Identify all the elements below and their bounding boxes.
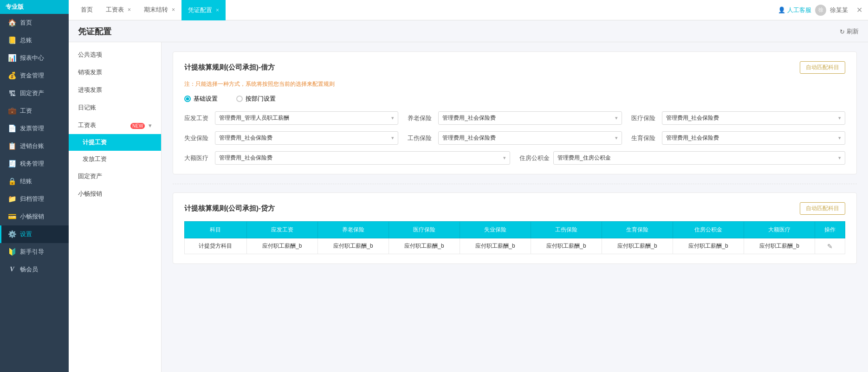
select-gongjijin[interactable]: 管理费用_住房公积金 ▾: [553, 151, 845, 165]
select-yiliao[interactable]: 管理费用_社会保险费 ▾: [662, 111, 845, 125]
table-header-row: 科目 应发工资 养老保险 医疗保险 失业保险 工伤保险 生育保险 住房公积金 大…: [185, 222, 845, 238]
tab-salary-table[interactable]: 工资表 ×: [99, 0, 137, 20]
sidebar-item-home[interactable]: 🏠 首页: [0, 14, 69, 32]
select-shiye-value: 管理费用_社会保险费: [219, 134, 389, 142]
select-yanglao[interactable]: 管理费用_社会保险费 ▾: [438, 111, 622, 125]
sidebar-item-archive[interactable]: 📁 归档管理: [0, 190, 69, 208]
sidebar-item-label: 首页: [20, 19, 32, 27]
left-menu-xiaochang[interactable]: 小畅报销: [69, 185, 161, 203]
page-title-bar: 凭证配置 ↻ 刷新: [69, 20, 868, 42]
credit-auto-match-button[interactable]: 自动匹配科目: [800, 202, 845, 215]
chevron-down-icon: ▾: [615, 135, 618, 141]
page-title: 凭证配置: [78, 26, 111, 37]
select-shiye[interactable]: 管理费用_社会保险费 ▾: [215, 131, 398, 145]
guide-icon: 🔰: [8, 248, 16, 256]
select-yingfa[interactable]: 管理费用_管理人员职工薪酬 ▾: [215, 111, 398, 125]
salary-icon: 💼: [8, 107, 16, 115]
left-menu-calc-salary[interactable]: 计提工资: [69, 134, 161, 151]
left-menu-salary-table[interactable]: 工资表 NEW ▾: [69, 116, 161, 134]
label-gongjijin: 住房公积金: [519, 154, 550, 162]
label-yingfa: 应发工资: [184, 114, 211, 122]
sidebar-item-label: 税务管理: [20, 160, 44, 168]
edit-icon[interactable]: ✎: [827, 243, 833, 250]
radio-group: 基础设置 按部门设置: [184, 95, 845, 103]
left-menu-purchase-invoice[interactable]: 进项发票: [69, 81, 161, 99]
sidebar-item-label: 新手引导: [20, 248, 44, 256]
select-yiliao-value: 管理费用_社会保险费: [666, 114, 836, 122]
assets-icon: 🏗: [8, 90, 16, 97]
field-yanglao: 养老保险 管理费用_社会保险费 ▾: [408, 111, 622, 125]
cell-yingfa: 应付职工薪酬_b: [246, 238, 317, 254]
username: 徐某某: [830, 6, 848, 14]
cell-subject: 计提贷方科目: [185, 238, 247, 254]
sidebar-item-tax[interactable]: 🧾 税务管理: [0, 155, 69, 173]
left-menu-fixed-assets[interactable]: 固定资产: [69, 167, 161, 185]
chevron-down-icon: ▾: [838, 135, 841, 141]
select-daeliao[interactable]: 管理费用_社会保险费 ▾: [215, 151, 510, 165]
field-shiye: 失业保险 管理费用_社会保险费 ▾: [184, 131, 398, 145]
refresh-button[interactable]: ↻ 刷新: [840, 27, 859, 36]
tab-home[interactable]: 首页: [74, 0, 99, 20]
user-service-label[interactable]: 👤 人工客服: [778, 6, 811, 14]
sidebar-item-reports[interactable]: 📊 报表中心: [0, 49, 69, 67]
debit-section-header: 计提核算规则(公司承担)-借方 自动匹配科目: [184, 61, 845, 74]
sidebar-item-salary[interactable]: 💼 工资: [0, 102, 69, 120]
left-menu-public-options[interactable]: 公共选项: [69, 46, 161, 64]
sidebar-item-assets[interactable]: 🏗 固定资产: [0, 84, 69, 102]
select-gongshang[interactable]: 管理费用_社会保险费 ▾: [438, 131, 622, 145]
cell-yiliao: 应付职工薪酬_b: [389, 238, 460, 254]
tab-voucher-close[interactable]: ×: [216, 7, 219, 13]
tab-voucher-config[interactable]: 凭证配置 ×: [181, 0, 226, 20]
col-yiliao: 医疗保险: [389, 222, 460, 238]
col-shengyu: 生育保险: [602, 222, 673, 238]
label-gongshang: 工伤保险: [408, 134, 434, 142]
sidebar-item-label: 报表中心: [20, 54, 44, 62]
radio-basic[interactable]: 基础设置: [184, 95, 218, 103]
refresh-label: 刷新: [847, 27, 859, 36]
table-row: 计提贷方科目 应付职工薪酬_b 应付职工薪酬_b 应付职工薪酬_b 应付职工薪酬…: [185, 238, 845, 254]
main-area: 首页 工资表 × 期末结转 × 凭证配置 × 👤 人工客服 徐 徐某某 ✕ 凭证…: [69, 0, 868, 372]
reports-icon: 📊: [8, 54, 16, 62]
sidebar-item-closing[interactable]: 🔒 结账: [0, 173, 69, 190]
tab-period-close-btn[interactable]: ×: [172, 6, 175, 13]
debit-section-title: 计提核算规则(公司承担)-借方: [184, 63, 275, 72]
sidebar-item-xiaochang[interactable]: 💳 小畅报销: [0, 208, 69, 225]
sidebar-item-label: 资金管理: [20, 71, 44, 80]
tab-period-close[interactable]: 期末结转 ×: [137, 0, 181, 20]
left-menu: 公共选项 销项发票 进项发票 日记账 工资表 NEW ▾ 计提工资 发放工资 固…: [69, 42, 162, 372]
chevron-down-icon: ▾: [838, 115, 841, 121]
chevron-down-icon: ▾: [391, 135, 394, 141]
sidebar-item-label: 设置: [20, 230, 32, 238]
sidebar-item-guide[interactable]: 🔰 新手引导: [0, 243, 69, 261]
sidebar-item-invoice-mgmt[interactable]: 📄 发票管理: [0, 120, 69, 137]
field-shengyu: 生育保险 管理费用_社会保险费 ▾: [631, 131, 845, 145]
sidebar-item-label: 总账: [20, 36, 32, 45]
sidebar-item-member[interactable]: V 畅会员: [0, 261, 69, 278]
select-shengyu[interactable]: 管理费用_社会保险费 ▾: [662, 131, 845, 145]
left-menu-journal[interactable]: 日记账: [69, 99, 161, 116]
sidebar-item-funds[interactable]: 💰 资金管理: [0, 67, 69, 84]
col-yingfa: 应发工资: [246, 222, 317, 238]
col-yanglao: 养老保险: [317, 222, 389, 238]
radio-dept[interactable]: 按部门设置: [236, 95, 276, 103]
label-shengyu: 生育保险: [631, 134, 658, 142]
inout-icon: 📋: [8, 142, 16, 150]
col-gongshang: 工伤保险: [531, 222, 602, 238]
tab-salary-close[interactable]: ×: [128, 6, 131, 13]
sidebar-item-ledger[interactable]: 📒 总账: [0, 32, 69, 49]
left-menu-sale-invoice[interactable]: 销项发票: [69, 64, 161, 81]
sidebar-item-label: 工资: [20, 107, 32, 115]
user-avatar: 徐: [815, 5, 826, 16]
left-menu-pay-salary[interactable]: 发放工资: [69, 151, 161, 167]
cell-gongshang: 应付职工薪酬_b: [531, 238, 602, 254]
tab-salary-label: 工资表: [106, 6, 124, 14]
sidebar-item-label: 小畅报销: [20, 212, 44, 221]
field-gongjijin: 住房公积金 管理费用_住房公积金 ▾: [519, 151, 845, 165]
close-window-icon[interactable]: ✕: [856, 6, 862, 14]
sidebar-item-settings[interactable]: ⚙️ 设置: [0, 225, 69, 243]
tab-period-label: 期末结转: [144, 6, 168, 14]
debit-auto-match-button[interactable]: 自动匹配科目: [800, 61, 845, 74]
sidebar-item-inout[interactable]: 📋 进销台账: [0, 137, 69, 155]
cell-action[interactable]: ✎: [815, 238, 845, 254]
sidebar-item-label: 进销台账: [20, 142, 44, 150]
